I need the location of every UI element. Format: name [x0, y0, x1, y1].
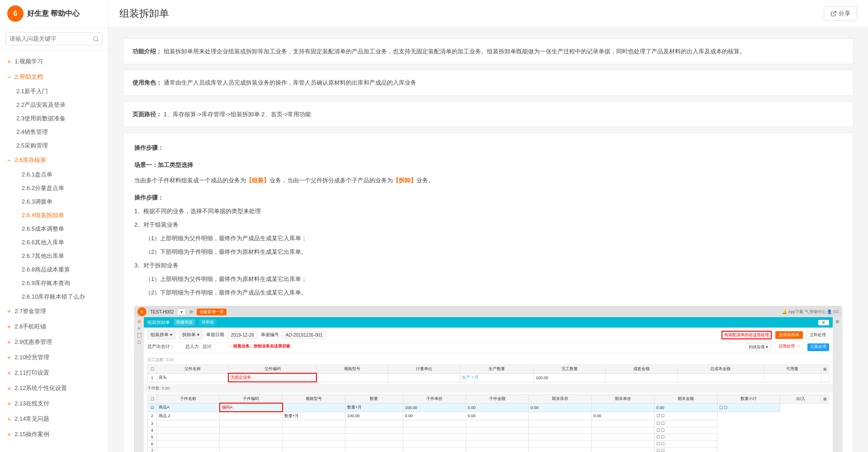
sim-type-select2: 拆卸单 ▾ [179, 330, 203, 339]
sim-th-p2: 父件编码 [228, 365, 316, 374]
sim-enable-btn: 立案处理 [807, 343, 829, 351]
sim-annotation-enable: 启用处理 → [778, 343, 800, 351]
minus-icon-2-6: − [7, 157, 11, 164]
sim-code-label: 单据编号 [261, 332, 279, 338]
step2: 2、对于组装业务 [134, 219, 842, 231]
step2-1: （1）上部明细为父件明细，最终作为产成品生成某它入库单； [145, 233, 842, 244]
app-logo: 6 [7, 5, 24, 22]
sidebar-item-2-8[interactable]: + 2.8手机旺铺 [0, 319, 108, 334]
sim-th-p6: 完工数量 [534, 365, 606, 374]
sim-divider: 子件数: 0.00 [144, 384, 833, 393]
scenario1-desc: 当由多个子件材料组装成一个成品的业务为【组装】业务，当由一个父件拆分成多个子产品… [134, 175, 842, 186]
share-button[interactable]: 分享 [824, 6, 857, 21]
plus-icon-2-8: + [7, 323, 11, 330]
sim-bth-ops: ⊞ [821, 395, 829, 404]
sim-form-title: 组装拆卸单 [147, 319, 170, 326]
screenshot-topbar: 6 TEST-H002 ▾ ⟳ 创建新增一页 🔔 App下载 🔧帮助中心 👤 C… [135, 306, 842, 317]
sidebar-item-2-6-8[interactable]: 2.6.8商品成本重算 [0, 263, 108, 276]
sim-annotation-row: 总产出合计： 总人力 总计 ← 组装业务、拆卸业务在这里切换 到供应商 ▾ 启用… [144, 343, 833, 353]
svg-line-2 [833, 11, 836, 14]
sidebar-item-2-15[interactable]: + 2.15操作案例 [0, 427, 108, 442]
sim-refresh: ⟳ [189, 309, 193, 314]
sidebar-item-2-4[interactable]: 2.4销售管理 [0, 125, 108, 139]
sim-logo: 6 [137, 307, 146, 316]
sidebar-item-2-9[interactable]: + 2.9优惠券管理 [0, 334, 108, 350]
sim-new-btn: 创建新增一页 [197, 309, 226, 315]
sim-action-btn: 立即处理 [807, 331, 829, 339]
sidebar-item-2-1[interactable]: 2.1新手入门 [0, 85, 108, 98]
scenario1-label: 场景一：加工类型选择 [134, 159, 842, 171]
sim-icon-3: ◻ [137, 339, 141, 344]
sim-bth-11: 出/入 [780, 395, 821, 404]
search-input[interactable] [5, 32, 103, 45]
func-intro-text: 组装拆卸单用来处理企业组装或拆卸等加工业务，支持有固定装配清单的产品加工业务，也… [164, 48, 745, 55]
screenshot-container: 6 TEST-H002 ▾ ⟳ 创建新增一页 🔔 App下载 🔧帮助中心 👤 C… [134, 306, 842, 452]
plus-icon-1: + [7, 58, 11, 65]
sidebar-item-2-3[interactable]: 2.3使用前数据准备 [0, 112, 108, 125]
sim-count-label: 总产出合计： [147, 343, 175, 351]
sidebar-item-2-10[interactable]: + 2.10经营管理 [0, 350, 108, 365]
sidebar-item-2-6-4[interactable]: 2.6.4组装拆卸单 [0, 209, 108, 222]
sim-annotation-select-bom: 有装配清单的在这里处理 [722, 331, 772, 339]
sidebar-item-2-13[interactable]: + 2.13在线支付 [0, 396, 108, 411]
role-text: 通常由生产人员或库管人员完成拆装业务的操作，库管人员确认原材料的出库和产成品的入… [164, 79, 416, 86]
sidebar-item-2-6[interactable]: − 2.6库存核算 [0, 152, 108, 168]
sidebar-item-2-9-label: 2.9优惠券管理 [14, 338, 52, 346]
sim-icon-home: ⊞ [137, 319, 141, 324]
sidebar-item-2-11[interactable]: + 2.11打印设置 [0, 365, 108, 381]
sidebar-nav: + 1.视频学习 − 2.帮助文档 2.1新手入门 2.2产品安装及登录 2.3… [0, 50, 108, 452]
sidebar-item-2-5[interactable]: 2.5采购管理 [0, 139, 108, 152]
sidebar-item-2-6-7[interactable]: 2.6.7其他出库单 [0, 249, 108, 263]
step3-2: （2）下部明细为子件明细，最终作为产成品生成某它入库单。 [145, 287, 842, 299]
search-wrap [5, 32, 103, 45]
sidebar-item-2-7[interactable]: + 2.7资金管理 [0, 304, 108, 319]
sim-annotation-switch: ← 组装业务、拆卸业务在这里切换 [228, 343, 290, 351]
sidebar-item-2-14[interactable]: + 2.14常见问题 [0, 411, 108, 427]
func-intro-card: 功能介绍： 组装拆卸单用来处理企业组装或拆卸等加工业务，支持有固定装配清单的产品… [123, 38, 854, 64]
sidebar-item-2-6-6[interactable]: 2.6.6其他入库单 [0, 236, 108, 249]
sim-bth-6: 子件金额 [466, 395, 528, 404]
role-label: 使用角色： [132, 79, 162, 86]
sim-type-select: 组装拼单 ▾ [147, 330, 175, 339]
sidebar-item-2-6-10[interactable]: 2.6.10库存账本错了么办 [0, 290, 108, 304]
sim-bth-7: 期末库存 [528, 395, 591, 404]
sim-new-tab: 新建单据 [174, 319, 195, 326]
sidebar-item-2-6-5[interactable]: 2.6.5成本调整单 [0, 222, 108, 236]
sidebar-item-2-10-label: 2.10经营管理 [14, 353, 49, 362]
sidebar-item-2-6-9[interactable]: 2.6.9库存账本查询 [0, 276, 108, 290]
sim-bth-5: 子件单价 [403, 395, 466, 404]
sim-bth-8: 期末单价 [591, 395, 654, 404]
sim-icon-1: ≡ [138, 326, 141, 331]
sim-select-bom-btn: 选择装料单 [775, 331, 803, 339]
plus-icon-2-9: + [7, 338, 11, 346]
func-intro-label: 功能介绍： [132, 48, 162, 55]
sidebar-item-2-2[interactable]: 2.2产品安装及登录 [0, 98, 108, 112]
svg-line-1 [97, 40, 99, 41]
sim-left-icons: ⊞ ≡ 📋 ◻ [135, 317, 144, 452]
main-content-area: 组装拆卸单 分享 功能介绍： 组装拆卸单用来处理企业组装或拆卸等加工业务，支持有… [108, 0, 868, 452]
sim-bth-3: 规格型号 [283, 395, 345, 404]
sidebar-item-2-12-label: 2.12系统个性化设置 [14, 384, 67, 392]
role-card: 使用角色： 通常由生产人员或库管人员完成拆装业务的操作，库管人员确认原材料的出库… [123, 70, 854, 95]
main-header: 组装拆卸单 分享 [108, 0, 868, 28]
plus-icon-2-7: + [7, 308, 11, 315]
sidebar-item-2-12[interactable]: + 2.12系统个性化设置 [0, 381, 108, 396]
sim-bottom-table: ☐ 子件名称 子件编码 规格型号 数量 子件单价 子件金额 期末库存 期末单价 [147, 395, 829, 452]
sim-date-field: 2019-12-26 [228, 331, 257, 339]
sim-body: ⊞ ≡ 📋 ◻ 组装拆卸单 新建单据 待审核 ✕ [135, 317, 842, 452]
sim-dropdown: ▾ [177, 309, 186, 315]
content-area: 功能介绍： 组装拆卸单用来处理企业组装或拆卸等加工业务，支持有固定装配清单的产品… [108, 28, 868, 452]
sidebar-item-2-11-label: 2.11打印设置 [14, 369, 49, 377]
sidebar-item-2[interactable]: − 2.帮助文档 [0, 69, 108, 85]
sidebar-item-2-label: 2.帮助文档 [14, 73, 43, 81]
sidebar-item-2-6-2[interactable]: 2.6.2分量盘点单 [0, 181, 108, 195]
sim-bottom-row-6: 6 ☐ ☐ [148, 440, 829, 447]
sim-pending-tab: 待审核 [199, 319, 217, 326]
sim-bth-2: 子件编码 [220, 395, 283, 404]
sidebar-item-1[interactable]: + 1.视频学习 [0, 54, 108, 69]
plus-icon-2-14: + [7, 415, 11, 423]
sim-th-p8: 总成本金额 [678, 365, 764, 374]
ops-steps-label2: 操作步骤： [134, 192, 842, 204]
sidebar-item-2-6-1[interactable]: 2.6.1盘点单 [0, 168, 108, 181]
sidebar-item-2-6-3[interactable]: 2.6.3调拨单 [0, 195, 108, 209]
